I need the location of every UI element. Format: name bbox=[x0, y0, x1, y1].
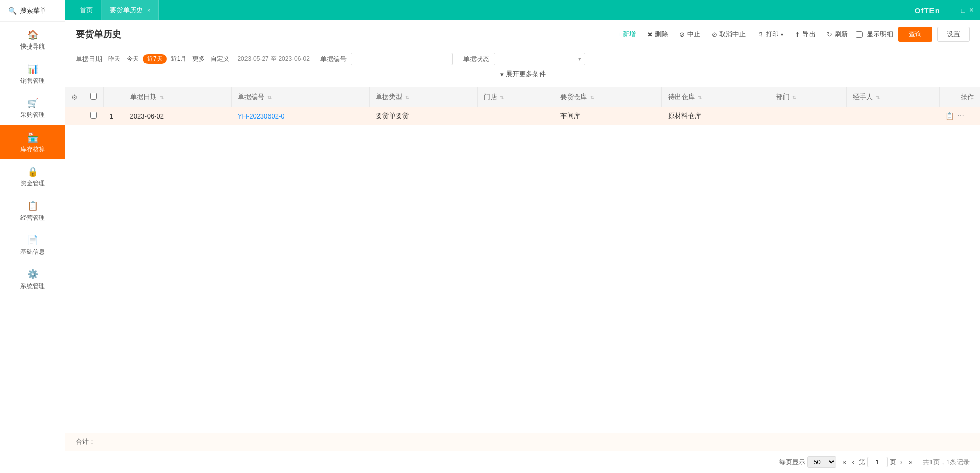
last-page-btn[interactable]: » bbox=[906, 457, 914, 467]
setting-btn-label: 设置 bbox=[947, 30, 960, 38]
export-icon: ⬆ bbox=[795, 31, 800, 38]
per-page-label: 每页显示 bbox=[779, 458, 805, 467]
page-number-input[interactable] bbox=[867, 457, 888, 467]
expand-conditions-btn[interactable]: ▾ 展开更多条件 bbox=[500, 69, 546, 79]
doc-no-link[interactable]: YH-20230602-0 bbox=[238, 112, 285, 120]
filter-row-2: ▾ 展开更多条件 bbox=[76, 69, 970, 79]
prev-page-btn[interactable]: ‹ bbox=[850, 457, 856, 467]
pagination-bar: 每页显示 50 20 100 « ‹ 第 页 › » 共1页，1条记录 bbox=[65, 451, 980, 473]
sidebar-item-system[interactable]: ⚙️ 系统管理 bbox=[0, 262, 65, 296]
inventory-icon: 🏪 bbox=[27, 132, 38, 143]
sidebar-item-base-info[interactable]: 📄 基础信息 bbox=[0, 227, 65, 262]
sort-icon-req-warehouse: ⇅ bbox=[590, 94, 594, 100]
query-button[interactable]: 查询 bbox=[898, 27, 932, 42]
window-minimize-btn[interactable]: — bbox=[950, 7, 957, 14]
sidebar-operation-label: 经营管理 bbox=[20, 214, 45, 222]
new-button[interactable]: + 新增 bbox=[614, 28, 639, 41]
print-button[interactable]: 🖨 打印 ▾ bbox=[754, 28, 787, 41]
shortcut-7days[interactable]: 近7天 bbox=[143, 54, 167, 64]
sidebar-item-operation[interactable]: 📋 经营管理 bbox=[0, 193, 65, 227]
sidebar-finance-label: 资金管理 bbox=[20, 179, 45, 188]
col-doc-date: 单据日期 ⇅ bbox=[124, 87, 232, 107]
sort-icon-store: ⇅ bbox=[500, 94, 504, 100]
refresh-btn-label: 刷新 bbox=[835, 30, 848, 39]
col-pending-warehouse: 待出仓库 ⇅ bbox=[662, 87, 770, 107]
per-page-select[interactable]: 50 20 100 bbox=[807, 456, 836, 468]
sidebar-item-finance[interactable]: 🔒 资金管理 bbox=[0, 159, 65, 193]
shortcut-more[interactable]: 更多 bbox=[190, 54, 207, 64]
delete-button[interactable]: ✖ 删除 bbox=[644, 28, 671, 41]
doc-status-select[interactable] bbox=[494, 53, 585, 65]
tab-active[interactable]: 要货单历史 × bbox=[102, 0, 159, 20]
search-icon: 🔍 bbox=[8, 7, 17, 15]
sidebar-item-purchase[interactable]: 🛒 采购管理 bbox=[0, 90, 65, 125]
export-button[interactable]: ⬆ 导出 bbox=[792, 28, 819, 41]
sidebar-item-quick-nav[interactable]: 🏠 快捷导航 bbox=[0, 22, 65, 56]
shortcut-today[interactable]: 今天 bbox=[125, 54, 141, 64]
stop-button[interactable]: ⊘ 中止 bbox=[676, 28, 703, 41]
sidebar-sales-label: 销售管理 bbox=[20, 77, 45, 85]
date-range-value: 2023-05-27 至 2023-06-02 bbox=[237, 55, 309, 63]
cancel-stop-icon: ⊘ bbox=[712, 31, 717, 38]
col-settings[interactable]: ⚙ bbox=[65, 87, 84, 107]
brand-name: OfTEn bbox=[915, 6, 940, 15]
row-settings bbox=[65, 107, 84, 125]
col-req-warehouse: 要货仓库 ⇅ bbox=[554, 87, 662, 107]
col-action: 操作 bbox=[939, 87, 980, 107]
sort-icon-department: ⇅ bbox=[792, 94, 796, 100]
purchase-icon: 🛒 bbox=[27, 98, 38, 109]
date-filter-label: 单据日期 bbox=[76, 55, 102, 64]
topbar: 首页 要货单历史 × OfTEn — □ × bbox=[65, 0, 980, 20]
cancel-stop-button[interactable]: ⊘ 取消中止 bbox=[708, 28, 749, 41]
col-store: 门店 ⇅ bbox=[477, 87, 554, 107]
sidebar-system-label: 系统管理 bbox=[20, 282, 45, 291]
next-page-btn[interactable]: › bbox=[898, 457, 904, 467]
export-btn-label: 导出 bbox=[802, 30, 816, 39]
select-all-checkbox[interactable] bbox=[90, 93, 97, 100]
cancel-stop-btn-label: 取消中止 bbox=[719, 30, 746, 39]
print-dropdown-icon: ▾ bbox=[781, 32, 783, 37]
tab-close-icon[interactable]: × bbox=[147, 7, 150, 13]
row-select-checkbox[interactable] bbox=[90, 112, 97, 119]
topbar-right: OfTEn — □ × bbox=[915, 6, 974, 15]
sidebar: 🔍 搜索菜单 🏠 快捷导航 📊 销售管理 🛒 采购管理 🏪 库存核算 🔒 资金管… bbox=[0, 0, 65, 473]
sort-icon-doc-no: ⇅ bbox=[267, 94, 272, 100]
sidebar-search[interactable]: 🔍 搜索菜单 bbox=[0, 0, 65, 22]
row-doc-no: YH-20230602-0 bbox=[232, 107, 370, 125]
page-info: 共1页，1条记录 bbox=[923, 458, 970, 467]
tab-home[interactable]: 首页 bbox=[71, 0, 102, 20]
sidebar-item-sales[interactable]: 📊 销售管理 bbox=[0, 56, 65, 90]
page-title: 要货单历史 bbox=[76, 28, 121, 40]
sort-icon-pending-warehouse: ⇅ bbox=[698, 94, 702, 100]
doc-status-select-wrapper: ▾ bbox=[494, 53, 585, 65]
row-delete-icon[interactable]: ⋯ bbox=[957, 112, 964, 120]
page-nav: « ‹ 第 页 › » bbox=[840, 457, 914, 467]
sales-icon: 📊 bbox=[27, 63, 38, 75]
sidebar-item-inventory[interactable]: 🏪 库存核算 bbox=[0, 125, 65, 159]
first-page-btn[interactable]: « bbox=[840, 457, 848, 467]
base-info-icon: 📄 bbox=[27, 234, 38, 246]
doc-status-filter-label: 单据状态 bbox=[463, 55, 489, 64]
refresh-button[interactable]: ↻ 刷新 bbox=[824, 28, 851, 41]
shortcut-yesterday[interactable]: 昨天 bbox=[106, 54, 122, 64]
home-icon: 🏠 bbox=[27, 29, 38, 40]
row-pending-warehouse: 原材料仓库 bbox=[662, 107, 770, 125]
stop-icon: ⊘ bbox=[679, 31, 685, 38]
system-icon: ⚙️ bbox=[27, 269, 38, 280]
shortcut-custom[interactable]: 自定义 bbox=[209, 54, 231, 64]
display-detail-check[interactable] bbox=[856, 31, 863, 38]
tab-active-label: 要货单历史 bbox=[110, 6, 143, 15]
sidebar-search-label: 搜索菜单 bbox=[20, 6, 46, 15]
shortcut-1month[interactable]: 近1月 bbox=[169, 54, 189, 64]
filter-group-doc-status: 单据状态 ▾ bbox=[463, 53, 585, 65]
doc-no-input[interactable] bbox=[351, 53, 453, 65]
row-edit-icon[interactable]: 📋 bbox=[945, 112, 954, 120]
sidebar-quick-nav-label: 快捷导航 bbox=[20, 42, 45, 51]
row-action-icons: 📋 ⋯ bbox=[945, 112, 974, 120]
window-maximize-btn[interactable]: □ bbox=[961, 7, 965, 14]
setting-button[interactable]: 设置 bbox=[937, 27, 970, 42]
display-detail-label: 显示明细 bbox=[867, 30, 893, 39]
window-close-btn[interactable]: × bbox=[969, 6, 974, 15]
display-detail-checkbox[interactable]: 显示明细 bbox=[856, 30, 893, 39]
expand-label: 展开更多条件 bbox=[506, 69, 546, 79]
